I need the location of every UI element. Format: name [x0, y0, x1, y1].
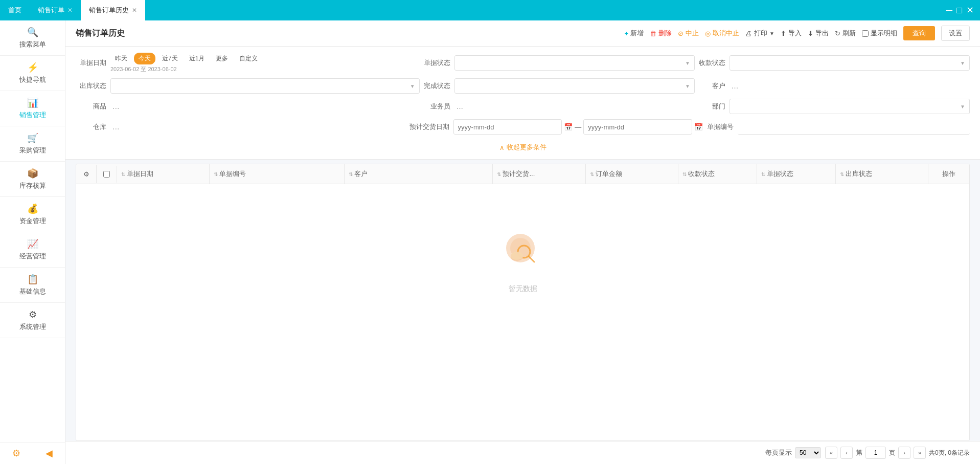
sidebar-item-operations-label: 经营管理 [19, 252, 46, 261]
th-order-status[interactable]: ⇅ 单据状态 [757, 164, 836, 184]
customer-ellipsis[interactable]: ... [730, 81, 740, 91]
import-button[interactable]: ⬆ 导入 [781, 29, 802, 38]
order-no-input[interactable] [738, 119, 970, 135]
query-button[interactable]: 查询 [903, 26, 935, 40]
date-btn-7days[interactable]: 近7天 [157, 53, 183, 64]
payment-status-select[interactable]: ▼ [730, 55, 970, 71]
warehouse-ellipsis[interactable]: ... [110, 122, 121, 131]
print-arrow-icon: ▼ [769, 31, 774, 36]
tab-sales-order[interactable]: 销售订单 ✕ [30, 0, 81, 20]
sidebar-item-sales[interactable]: 📊 销售管理 [0, 91, 65, 126]
th-no[interactable]: ⇅ 单据编号 [210, 164, 344, 184]
sidebar: 🔍 搜索菜单 ⚡ 快捷导航 📊 销售管理 🛒 采购管理 📦 库存核算 💰 资金管… [0, 20, 65, 464]
delivery-date-end-icon[interactable]: 📅 [694, 123, 703, 131]
customer-control: ... [730, 81, 970, 91]
department-select[interactable]: ▼ [730, 99, 970, 114]
salesperson-ellipsis[interactable]: ... [454, 102, 465, 111]
select-all-checkbox[interactable] [103, 171, 110, 178]
goods-ellipsis[interactable]: ... [110, 102, 121, 111]
table-setting-icon[interactable]: ⚙ [83, 170, 89, 178]
date-btn-yesterday[interactable]: 昨天 [110, 53, 132, 64]
th-delivery[interactable]: ⇅ 预计交货... [493, 164, 585, 184]
filter-date-col: 昨天 今天 近7天 近1月 更多 自定义 2023-06-02 至 2023-0… [110, 53, 266, 73]
first-page-button[interactable]: « [825, 447, 837, 459]
warehouse-control: ... [110, 122, 409, 131]
sidebar-item-quick-nav-label: 快捷导航 [19, 75, 46, 84]
sidebar-item-purchase[interactable]: 🛒 采购管理 [0, 126, 65, 162]
delete-button[interactable]: 🗑 删除 [650, 29, 672, 38]
filter-warehouse-label: 仓库 [76, 122, 106, 131]
empty-icon [497, 225, 549, 276]
date-sub-row: 2023-06-02 至 2023-06-02 [110, 65, 266, 73]
department-arrow: ▼ [960, 104, 965, 109]
sidebar-item-search[interactable]: 🔍 搜索菜单 [0, 20, 65, 56]
th-date[interactable]: ⇅ 单据日期 [117, 164, 210, 184]
finance-icon: 💰 [27, 203, 38, 214]
date-btn-custom[interactable]: 自定义 [235, 53, 262, 64]
tab-sales-order-close[interactable]: ✕ [67, 7, 73, 14]
collapse-row[interactable]: ∧ 收起更多条件 [76, 140, 970, 153]
filter-department: 部门 ▼ [695, 99, 970, 114]
tab-sales-history-close[interactable]: ✕ [132, 7, 137, 14]
th-amount[interactable]: ⇅ 订单金额 [586, 164, 678, 184]
table-wrapper: ⚙ ⇅ 单据日期 ⇅ 单据编号 ⇅ 客户 [76, 164, 969, 335]
sidebar-settings-icon[interactable]: ⚙ [12, 448, 20, 459]
sidebar-item-inventory-label: 库存核算 [19, 181, 46, 190]
th-payment[interactable]: ⇅ 收款状态 [678, 164, 757, 184]
new-button[interactable]: + 新增 [625, 29, 644, 38]
delivery-date-range: 📅 — 📅 [453, 119, 703, 135]
cancel-stop-button[interactable]: ◎ 取消中止 [705, 29, 739, 38]
sidebar-item-basic-info[interactable]: 📋 基础信息 [0, 268, 65, 303]
print-label: 打印 [754, 29, 767, 38]
delete-icon: 🗑 [650, 30, 656, 37]
sidebar-item-purchase-label: 采购管理 [19, 146, 46, 155]
complete-status-select[interactable]: ▼ [454, 78, 695, 94]
stop-button[interactable]: ⊘ 中止 [678, 29, 699, 38]
print-button[interactable]: 🖨 打印 ▼ [745, 29, 774, 38]
maximize-icon[interactable]: □ [956, 5, 962, 16]
empty-text: 暂无数据 [509, 284, 537, 294]
close-icon[interactable]: ✕ [966, 5, 974, 16]
sidebar-item-system[interactable]: ⚙ 系统管理 [0, 303, 65, 338]
tab-home[interactable]: 首页 [0, 0, 30, 20]
filter-section: 单据日期 昨天 今天 近7天 近1月 更多 自定义 [65, 47, 980, 160]
order-status-select[interactable]: ▼ [454, 55, 695, 71]
delivery-date-start[interactable] [453, 119, 562, 135]
last-page-button[interactable]: » [914, 447, 926, 459]
refresh-button[interactable]: ↻ 刷新 [835, 29, 856, 38]
date-btn-more[interactable]: 更多 [211, 53, 233, 64]
content-area: 销售订单历史 + 新增 🗑 删除 ⊘ 中止 ◎ 取消中止 [65, 20, 980, 464]
filter-complete-status-label: 完成状态 [420, 81, 450, 91]
setting-button[interactable]: 设置 [941, 26, 970, 41]
th-setting[interactable]: ⚙ [76, 165, 97, 183]
tab-sales-history[interactable]: 销售订单历史 ✕ [81, 0, 145, 20]
th-customer[interactable]: ⇅ 客户 [345, 164, 493, 184]
delivery-date-start-icon[interactable]: 📅 [564, 123, 573, 131]
export-label: 导出 [815, 29, 829, 38]
page-number-input[interactable] [865, 447, 886, 459]
print-icon: 🖨 [745, 30, 752, 37]
filter-delivery-date-label: 预计交货日期 [409, 122, 449, 131]
sidebar-item-operations[interactable]: 📈 经营管理 [0, 232, 65, 268]
export-button[interactable]: ⬇ 导出 [808, 29, 829, 38]
page-size-dropdown[interactable]: 50 10 20 100 [795, 447, 821, 458]
sidebar-item-quick-nav[interactable]: ⚡ 快捷导航 [0, 56, 65, 91]
sidebar-item-finance-label: 资金管理 [19, 216, 46, 226]
date-btn-1month[interactable]: 近1月 [185, 53, 210, 64]
sort-no-icon: ⇅ [214, 171, 218, 177]
warehouse-status-select[interactable]: ▼ [110, 78, 420, 94]
prev-page-button[interactable]: ‹ [840, 447, 853, 459]
sidebar-item-finance[interactable]: 💰 资金管理 [0, 197, 65, 232]
filter-row-4: 仓库 ... 预计交货日期 📅 — 📅 单据编号 [76, 119, 970, 135]
filter-delivery-date: 预计交货日期 📅 — 📅 [409, 119, 703, 135]
sidebar-collapse-icon[interactable]: ◀ [45, 448, 53, 459]
th-warehouse-status[interactable]: ⇅ 出库状态 [836, 164, 928, 184]
sidebar-item-inventory[interactable]: 📦 库存核算 [0, 162, 65, 197]
delivery-date-end[interactable] [583, 119, 692, 135]
new-label: 新增 [630, 29, 644, 38]
next-page-button[interactable]: › [898, 447, 910, 459]
minimize-icon[interactable]: ─ [946, 5, 952, 16]
date-btn-today[interactable]: 今天 [134, 53, 155, 64]
th-checkbox[interactable] [97, 166, 117, 183]
display-toggle-checkbox[interactable] [862, 30, 869, 37]
